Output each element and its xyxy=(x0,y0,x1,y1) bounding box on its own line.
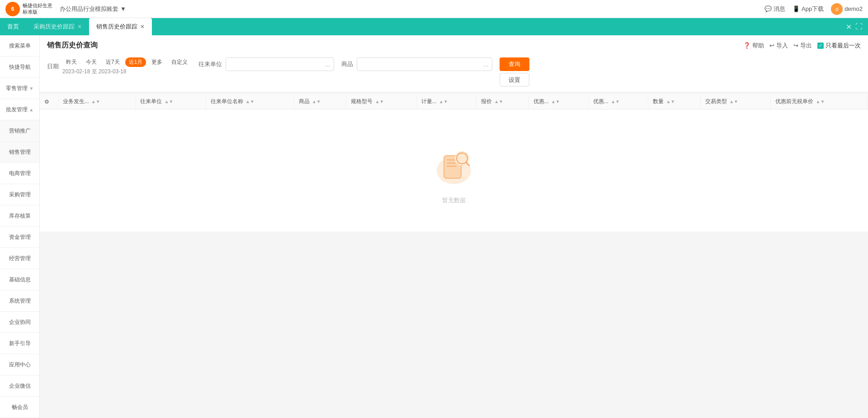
tab-close-purchase[interactable]: ✕ xyxy=(77,24,82,30)
page-title-actions: ❓ 帮助 ↩ 导入 ↪ 导出 ✓ 只看最后一次 xyxy=(743,42,861,50)
data-table: ⚙ 业务发生... ▲▼ 往来单位 ▲▼ 往来单位名称 ▲ xyxy=(40,94,868,232)
action-buttons: 查询 设置 xyxy=(500,57,529,86)
sidebar-item-quick-nav[interactable]: 快捷导航 xyxy=(0,57,39,78)
date-filter-label: 日期 xyxy=(47,62,59,71)
tab-sales-history[interactable]: 销售历史价跟踪 ✕ xyxy=(89,18,152,35)
topbar-right: 💬 消息 📱 App下载 d demo2 xyxy=(764,3,863,15)
goods-filter-label: 商品 xyxy=(341,60,353,68)
sort-arrows-pre-tax-price: ▲▼ xyxy=(816,100,825,104)
sort-arrows-partner-code: ▲▼ xyxy=(165,100,174,104)
partner-input-dots: ... xyxy=(325,61,330,68)
th-settings[interactable]: ⚙ xyxy=(40,94,58,109)
app-download-btn[interactable]: 📱 App下载 xyxy=(793,5,824,13)
sidebar-item-wholesale-mgmt[interactable]: 批发管理 ▲ xyxy=(0,99,39,120)
date-tabs-block: 昨天 今天 近7天 近1月 更多 自定义 2023-02-18 至 2023-0… xyxy=(62,57,191,76)
sidebar-item-inventory[interactable]: 库存核算 xyxy=(0,205,39,227)
sort-arrows-trade-type: ▲▼ xyxy=(729,100,738,104)
export-btn[interactable]: ↪ 导出 xyxy=(793,42,812,50)
th-partner-name[interactable]: 往来单位名称 ▲▼ xyxy=(206,94,294,109)
date-filter-group: 日期 昨天 今天 近7天 近1月 更多 自定义 2023-02-18 至 202… xyxy=(47,57,191,76)
th-pre-tax-price[interactable]: 优惠前无税单价 ▲▼ xyxy=(771,94,868,109)
sidebar-item-sales-mgmt[interactable]: 销售管理 xyxy=(0,142,39,163)
th-goods[interactable]: 商品 ▲▼ xyxy=(294,94,346,109)
maximize-btn[interactable]: ⛶ xyxy=(855,23,863,31)
sidebar-item-ecommerce-mgmt[interactable]: 电商管理 xyxy=(0,163,39,184)
help-icon: ❓ xyxy=(743,42,750,49)
goods-input[interactable]: ... xyxy=(357,57,492,71)
tabbar: 首页 采购历史价跟踪 ✕ 销售历史价跟踪 ✕ ✕ ⛶ xyxy=(0,18,868,35)
date-tab-today[interactable]: 今天 xyxy=(82,57,100,67)
help-btn[interactable]: ❓ 帮助 xyxy=(743,42,764,50)
sidebar-item-operations-mgmt[interactable]: 经营管理 xyxy=(0,248,39,269)
empty-state: 暂无数据 xyxy=(40,109,868,232)
tab-home[interactable]: 首页 xyxy=(0,18,26,35)
filter-row: 日期 昨天 今天 近7天 近1月 更多 自定义 2023-02-18 至 202… xyxy=(40,54,868,92)
tabbar-actions: ✕ ⛶ xyxy=(846,23,868,31)
sidebar-item-system-mgmt[interactable]: 系统管理 xyxy=(0,290,39,312)
sidebar-item-search-menu[interactable]: 搜索菜单 xyxy=(0,35,39,57)
th-spec[interactable]: 规格型号 ▲▼ xyxy=(346,94,416,109)
logo-icon: 6 xyxy=(5,2,20,16)
message-btn[interactable]: 💬 消息 xyxy=(764,5,785,13)
goods-input-dots: ... xyxy=(483,61,489,68)
close-tab-btn[interactable]: ✕ xyxy=(846,23,852,31)
sidebar-item-purchase-mgmt[interactable]: 采购管理 xyxy=(0,184,39,205)
export-icon: ↪ xyxy=(793,42,798,49)
date-range-display: 2023-02-18 至 2023-03-18 xyxy=(62,68,191,76)
sidebar-item-finance-mgmt[interactable]: 资金管理 xyxy=(0,227,39,248)
partner-filter-group: 往来单位 ... xyxy=(198,57,334,71)
date-tab-more[interactable]: 更多 xyxy=(148,57,166,67)
tab-close-sales[interactable]: ✕ xyxy=(140,24,145,30)
topbar: 6 畅捷信好生意 标准版 办公用品行业模拟账套 ▼ 💬 消息 📱 App下载 d… xyxy=(0,0,868,18)
tab-purchase-history[interactable]: 采购历史价跟踪 ✕ xyxy=(26,18,89,35)
th-discount1[interactable]: 优惠... ▲▼ xyxy=(528,94,588,109)
svg-rect-5 xyxy=(447,166,457,167)
date-tab-1month[interactable]: 近1月 xyxy=(125,57,146,67)
date-tab-yesterday[interactable]: 昨天 xyxy=(62,57,80,67)
avatar: d xyxy=(831,3,843,15)
th-trade-type[interactable]: 交易类型 ▲▼ xyxy=(700,94,770,109)
sidebar-item-app-center[interactable]: 应用中心 xyxy=(0,354,39,375)
sort-arrows-discount1: ▲▼ xyxy=(551,100,560,104)
sidebar-item-enterprise-wechat[interactable]: 企业微信 xyxy=(0,375,39,397)
svg-rect-4 xyxy=(447,162,456,164)
import-icon: ↩ xyxy=(769,42,774,49)
chevron-up-icon: ▲ xyxy=(29,107,34,112)
app-selector[interactable]: 办公用品行业模拟账套 ▼ xyxy=(56,3,130,15)
sidebar-item-retail-mgmt[interactable]: 零售管理 ▼ xyxy=(0,78,39,99)
sort-arrows-unit: ▲▼ xyxy=(439,100,448,104)
th-discount2[interactable]: 优惠... ▲▼ xyxy=(588,94,648,109)
th-quantity[interactable]: 数量 ▲▼ xyxy=(648,94,701,109)
only-last-checkbox[interactable]: ✓ 只看最后一次 xyxy=(817,42,861,50)
date-tab-7days[interactable]: 近7天 xyxy=(102,57,123,67)
th-biz-date[interactable]: 业务发生... ▲▼ xyxy=(58,94,136,109)
query-button[interactable]: 查询 xyxy=(500,57,529,71)
page-title-bar: 销售历史价查询 ❓ 帮助 ↩ 导入 ↪ 导出 ✓ xyxy=(40,35,868,54)
th-partner-code[interactable]: 往来单位 ▲▼ xyxy=(136,94,206,109)
sidebar-item-vip-member[interactable]: 畅会员 xyxy=(0,397,39,418)
goods-filter-group: 商品 ... xyxy=(341,57,492,71)
sort-arrows-biz-date: ▲▼ xyxy=(91,100,100,104)
sidebar-item-onboarding[interactable]: 新手引导 xyxy=(0,333,39,354)
table-container: ⚙ 业务发生... ▲▼ 往来单位 ▲▼ 往来单位名称 ▲ xyxy=(40,94,868,232)
sidebar-item-enterprise-collab[interactable]: 企业协同 xyxy=(0,312,39,333)
page-area: 销售历史价查询 ❓ 帮助 ↩ 导入 ↪ 导出 ✓ xyxy=(40,35,868,418)
sidebar-item-sales-promotion[interactable]: 营销推广 xyxy=(0,120,39,142)
sort-arrows-goods: ▲▼ xyxy=(312,100,321,104)
chevron-down-icon: ▼ xyxy=(120,5,126,12)
sort-arrows-quantity: ▲▼ xyxy=(666,100,675,104)
date-tab-custom[interactable]: 自定义 xyxy=(168,57,191,67)
user-menu[interactable]: d demo2 xyxy=(831,3,863,15)
page-content: 销售历史价查询 ❓ 帮助 ↩ 导入 ↪ 导出 ✓ xyxy=(40,35,868,418)
main: 搜索菜单 快捷导航 零售管理 ▼ 批发管理 ▲ 营销推广 销售管理 电商管理 采 xyxy=(0,35,868,418)
partner-filter-label: 往来单位 xyxy=(198,60,222,68)
message-icon: 💬 xyxy=(764,5,772,12)
th-quote[interactable]: 报价 ▲▼ xyxy=(476,94,528,109)
import-btn[interactable]: ↩ 导入 xyxy=(769,42,788,50)
partner-input[interactable]: ... xyxy=(226,57,334,71)
th-unit[interactable]: 计量... ▲▼ xyxy=(416,94,476,109)
sidebar-item-basic-info[interactable]: 基础信息 xyxy=(0,269,39,290)
sort-arrows-quote: ▲▼ xyxy=(494,100,503,104)
setting-button[interactable]: 设置 xyxy=(500,73,529,86)
chevron-down-icon: ▼ xyxy=(29,86,34,91)
